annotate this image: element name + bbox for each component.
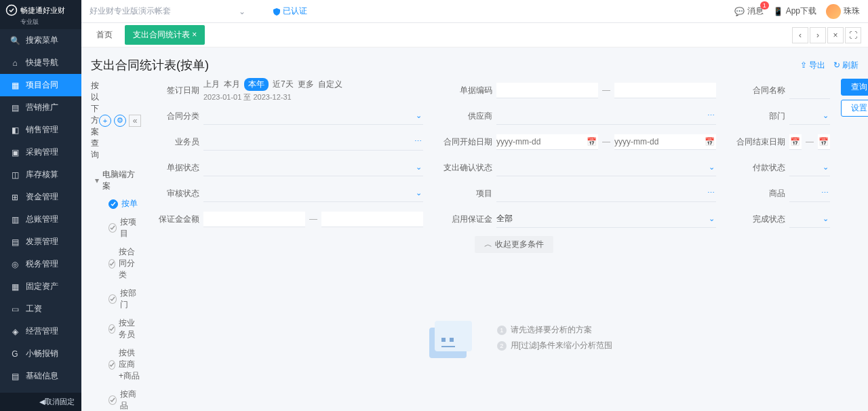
scheme-child-0[interactable]: 按单 (91, 195, 141, 213)
user-menu[interactable]: 珠珠 (826, 4, 860, 19)
sidebar-item-13[interactable]: ◈经营管理 (0, 320, 81, 342)
date-preset-2[interactable]: 本年 (244, 78, 269, 91)
scheme-child-3[interactable]: 按部门 (91, 284, 141, 314)
chevron-down-icon[interactable]: ⌄ (709, 163, 715, 172)
salesman-select[interactable] (203, 137, 423, 146)
bill-no-to-input[interactable] (614, 83, 716, 98)
scheme-collapse-button[interactable]: « (129, 115, 141, 127)
ellipsis-icon[interactable]: ⋯ (707, 111, 715, 120)
shield-icon (273, 7, 281, 16)
sidebar-item-10[interactable]: ◎税务管理 (0, 253, 81, 275)
date-preset-1[interactable]: 本月 (224, 79, 240, 90)
calendar-icon[interactable]: 📅 (790, 137, 800, 146)
date-preset-3[interactable]: 近7天 (273, 79, 294, 90)
messages-link[interactable]: 💬 消息 1 (734, 5, 764, 17)
step-1-badge: 1 (497, 326, 507, 335)
tab-home[interactable]: 首页 (88, 25, 121, 45)
ellipsis-icon[interactable]: ⋯ (414, 137, 422, 146)
query-button[interactable]: 查询 (841, 79, 868, 96)
date-preset-0[interactable]: 上月 (203, 79, 220, 90)
contract-class-select[interactable] (203, 111, 423, 121)
project-select[interactable] (496, 189, 716, 198)
chevron-down-icon[interactable]: ⌄ (823, 163, 829, 172)
sidebar-item-11[interactable]: ▦固定资产 (0, 275, 81, 298)
menu-icon: ◈ (9, 326, 20, 337)
chevron-down-icon[interactable]: ⌄ (823, 111, 829, 120)
scheme-child-4[interactable]: 按业务员 (91, 314, 141, 344)
scheme-group-pc[interactable]: ▾ 电脑端方案 (91, 166, 141, 195)
scheme-child-6[interactable]: 按商品 (91, 385, 141, 411)
date-preset-5[interactable]: 自定义 (318, 79, 342, 90)
start-date-to-input[interactable] (614, 134, 716, 150)
supplier-select[interactable] (496, 111, 716, 121)
deposit-enable-select[interactable] (496, 214, 716, 224)
empty-step-1: 请先选择要分析的方案 (511, 324, 592, 336)
ellipsis-icon[interactable]: ⋯ (821, 189, 829, 197)
date-preset-4[interactable]: 更多 (298, 79, 314, 90)
sidebar-item-12[interactable]: ▭工资 (0, 298, 81, 320)
scheme-item-icon (108, 259, 115, 269)
scheme-child-2[interactable]: 按合同分类 (91, 243, 141, 284)
calendar-icon[interactable]: 📅 (818, 137, 829, 146)
ellipsis-icon[interactable]: ⋯ (707, 189, 715, 197)
tab-close-button[interactable]: × (827, 27, 844, 43)
label-contract-name: 合同名称 (736, 85, 785, 96)
chevron-down-icon[interactable]: ⌄ (823, 214, 829, 223)
sidebar-item-6[interactable]: ◫库存核算 (0, 163, 81, 186)
sidebar-item-14[interactable]: G小畅报销 (0, 342, 81, 365)
menu-icon: ▦ (9, 80, 20, 91)
svg-rect-4 (450, 338, 454, 342)
sidebar-item-0[interactable]: 🔍搜索菜单 (0, 29, 81, 52)
expense-confirm-select[interactable] (496, 163, 716, 172)
menu-icon: ▤ (9, 102, 20, 113)
scheme-settings-button[interactable]: ⚙ (114, 115, 126, 127)
sidebar-item-5[interactable]: ▣采购管理 (0, 141, 81, 163)
scheme-item-icon (108, 223, 117, 233)
scheme-child-1[interactable]: 按项目 (91, 213, 141, 243)
chevron-down-icon[interactable]: ⌄ (416, 111, 422, 120)
sidebar-item-2[interactable]: ▦项目合同 (0, 74, 81, 96)
calendar-icon[interactable]: 📅 (587, 137, 597, 146)
sidebar-item-9[interactable]: ▤发票管理 (0, 231, 81, 253)
contract-name-input[interactable] (789, 85, 830, 95)
account-set-selector[interactable]: 好业财专业版演示帐套 ⌄ (90, 5, 245, 17)
msg-count-badge: 1 (760, 1, 769, 9)
chevron-down-icon[interactable]: ⌄ (416, 163, 422, 172)
tab-next-button[interactable]: › (810, 27, 826, 43)
sidebar-item-8[interactable]: ▥总账管理 (0, 208, 81, 231)
sidebar-item-7[interactable]: ⊞资金管理 (0, 186, 81, 208)
settings-button[interactable]: 设置 (841, 100, 868, 117)
calendar-icon[interactable]: 📅 (705, 137, 715, 146)
export-button[interactable]: ⇪导出 (800, 60, 825, 71)
chevron-up-icon: ︿ (484, 239, 492, 250)
tab-expense-contract-report[interactable]: 支出合同统计表 × (125, 25, 205, 45)
menu-icon: ▤ (9, 371, 20, 382)
bill-status-select[interactable] (203, 163, 423, 172)
collapse-filters-button[interactable]: ︿ 收起更多条件 (475, 236, 553, 253)
chevron-down-icon: ⌄ (239, 7, 245, 16)
refresh-button[interactable]: ↻刷新 (833, 60, 859, 71)
sidebar-item-1[interactable]: ⌂快捷导航 (0, 52, 81, 74)
scheme-item-icon (108, 324, 115, 334)
sidebar-item-3[interactable]: ▤营销推广 (0, 96, 81, 119)
deposit-from-input[interactable] (203, 212, 305, 227)
sidebar-item-15[interactable]: ▤基础信息 (0, 365, 81, 387)
sidebar-footer-pin[interactable]: ◀ 取消固定 (0, 393, 81, 411)
scheme-child-5[interactable]: 按供应商+商品 (91, 344, 141, 385)
deposit-to-input[interactable] (321, 212, 423, 227)
topbar: 好业财专业版演示帐套 ⌄ 已认证 💬 消息 1 📱 App下载 珠珠 (81, 0, 868, 23)
chevron-down-icon[interactable]: ⌄ (416, 189, 422, 197)
chevron-down-icon[interactable]: ⌄ (709, 214, 715, 223)
scheme-add-button[interactable]: + (99, 115, 111, 127)
bill-no-from-input[interactable] (496, 83, 598, 98)
sidebar-item-16[interactable]: ⚙系统管理 (0, 387, 81, 393)
tab-prev-button[interactable]: ‹ (792, 27, 808, 43)
app-download-link[interactable]: 📱 App下载 (773, 5, 816, 17)
tab-fullscreen-button[interactable]: ⛶ (845, 27, 861, 43)
sidebar-item-4[interactable]: ◧销售管理 (0, 119, 81, 141)
refresh-icon: ↻ (833, 60, 840, 70)
start-date-from-input[interactable] (496, 134, 598, 150)
audit-status-select[interactable] (203, 189, 423, 198)
empty-state: 1请先选择要分析的方案 2用[过滤]条件来缩小分析范围 (151, 307, 868, 368)
close-icon[interactable]: × (192, 30, 197, 39)
